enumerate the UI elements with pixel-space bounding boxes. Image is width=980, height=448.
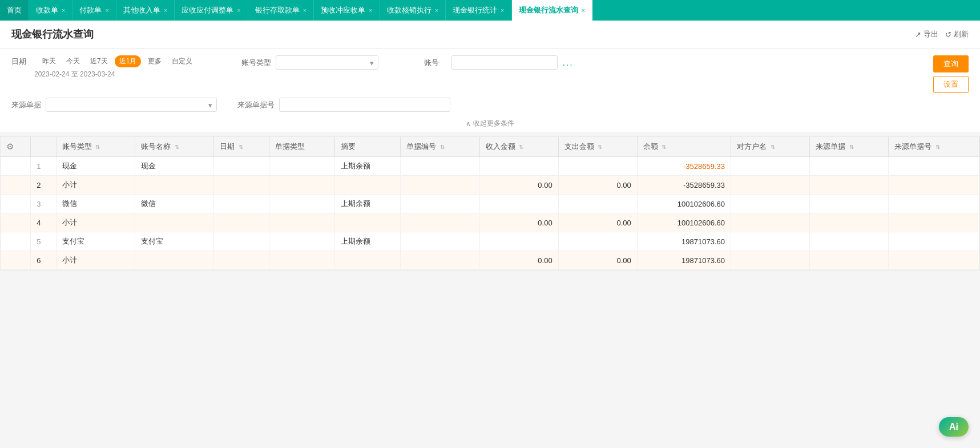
cell-source-doc-no [889,157,979,176]
cell-date [214,213,269,232]
nav-other-income[interactable]: 其他收入单 × [116,0,175,21]
cell-counterpart [731,176,810,195]
export-icon: ↗ [915,30,921,39]
sort-icon-balance: ⇅ [662,144,666,150]
date-btn-more[interactable]: 更多 [144,55,165,67]
source-doc-select-wrapper [46,98,217,112]
cell-doc-no [401,232,479,251]
col-account-type[interactable]: 账号类型 ⇅ [56,137,135,157]
col-date[interactable]: 日期 ⇅ [214,137,269,157]
source-doc-select[interactable] [46,98,217,112]
nav-bank-deposit-label: 银行存取款单 [255,5,300,15]
source-doc-no-label: 来源单据号 [237,100,275,110]
account-label: 账号 [424,58,447,68]
table-header-row: ⚙ 账号类型 ⇅ 账号名称 ⇅ 日期 ⇅ 单据类型 摘要 单据编号 ⇅ 收入金额… [1,137,979,157]
col-doc-no[interactable]: 单据编号 ⇅ [401,137,479,157]
cell-source-doc-no [889,176,979,195]
cell-summary: 上期余额 [335,195,401,213]
col-counterpart[interactable]: 对方户名 ⇅ [731,137,810,157]
export-button[interactable]: ↗ 导出 [915,29,938,39]
date-btn-yesterday[interactable]: 昨天 [39,55,59,67]
cell-counterpart [731,232,810,251]
table-row: 3 微信 微信 上期余额 100102606.60 [1,195,979,213]
date-shortcuts: 昨天 今天 近7天 近1月 更多 自定义 [39,55,196,67]
cell-account-type: 小计 [56,251,135,270]
sort-icon-doc-no: ⇅ [440,144,445,150]
cell-source-doc [810,195,889,213]
col-source-doc-no[interactable]: 来源单据号 ⇅ [889,137,979,157]
table-row: 4 小计 0.00 0.00 100102606.60 [1,213,979,232]
cell-doc-type [269,213,335,232]
col-account-name[interactable]: 账号名称 ⇅ [135,137,213,157]
date-btn-custom[interactable]: 自定义 [168,55,196,67]
nav-stats-close[interactable]: × [501,7,504,14]
nav-bank-deposit[interactable]: 银行存取款单 × [248,0,314,21]
cell-doc-no [401,157,479,176]
date-btn-7days[interactable]: 近7天 [87,55,111,67]
cell-expense [558,232,637,251]
cell-num: 5 [31,232,57,251]
account-dots[interactable]: ... [562,58,573,68]
col-expense[interactable]: 支出金额 ⇅ [558,137,637,157]
nav-receipt-close[interactable]: × [62,7,65,14]
nav-flow-query[interactable]: 现金银行流水查询 × [512,0,592,21]
refresh-button[interactable]: ↺ 刷新 [945,29,969,39]
nav-ar-adjust-close[interactable]: × [237,7,240,14]
col-gear[interactable]: ⚙ [1,137,31,157]
nav-receipt[interactable]: 收款单 × [29,0,72,21]
nav-flow-query-close[interactable]: × [582,7,585,14]
cell-summary [335,213,401,232]
nav-bank-deposit-close[interactable]: × [303,7,306,14]
col-source-doc[interactable]: 来源单据 ⇅ [810,137,889,157]
cell-account-type: 微信 [56,195,135,213]
cell-account-type: 小计 [56,213,135,232]
sort-icon-expense: ⇅ [598,144,602,150]
cell-date [214,195,269,213]
account-type-label: 账号类型 [241,58,271,68]
sort-icon-account-type: ⇅ [95,144,100,150]
nav-prepaid-label: 预收冲应收单 [321,5,365,15]
nav-stats[interactable]: 现金银行统计 × [446,0,511,21]
settings-button[interactable]: 设置 [933,76,969,93]
cell-gear [1,232,31,251]
query-button[interactable]: 查询 [933,55,969,72]
col-income[interactable]: 收入金额 ⇅ [479,137,558,157]
nav-verify[interactable]: 收款核销执行 × [380,0,446,21]
cell-gear [1,176,31,195]
refresh-label: 刷新 [954,29,969,39]
nav-flow-query-label: 现金银行流水查询 [519,5,578,15]
nav-home[interactable]: 首页 [0,0,29,21]
nav-prepaid-close[interactable]: × [369,7,372,14]
cell-counterpart [731,251,810,270]
date-btn-today[interactable]: 今天 [63,55,83,67]
cell-source-doc-no [889,232,979,251]
cell-expense [558,195,637,213]
date-range-display: 2023-02-24 至 2023-03-24 [34,70,115,78]
nav-ar-adjust[interactable]: 应收应付调整单 × [175,0,248,21]
nav-payment-close[interactable]: × [105,7,108,14]
cell-source-doc [810,157,889,176]
col-balance[interactable]: 余额 ⇅ [637,137,731,157]
sort-icon-source-doc-no: ⇅ [935,144,940,150]
nav-verify-label: 收款核销执行 [387,5,431,15]
nav-verify-close[interactable]: × [435,7,438,14]
cell-doc-type [269,232,335,251]
account-input[interactable] [451,55,558,70]
cell-balance: -3528659.33 [637,176,731,195]
source-doc-no-input[interactable] [279,98,450,112]
table-row: 1 现金 现金 上期余额 -3528659.33 [1,157,979,176]
cell-gear [1,251,31,270]
cell-income [479,195,558,213]
cell-num: 3 [31,195,57,213]
account-type-select[interactable] [276,55,378,70]
cell-account-type: 支付宝 [56,232,135,251]
cell-doc-type [269,176,335,195]
collapse-bar[interactable]: ∧ 收起更多条件 [11,115,969,132]
nav-payment[interactable]: 付款单 × [72,0,116,21]
nav-other-income-close[interactable]: × [164,7,167,14]
cell-date [214,251,269,270]
date-btn-1month[interactable]: 近1月 [115,55,142,67]
cell-num: 4 [31,213,57,232]
nav-other-income-label: 其他收入单 [123,5,160,15]
nav-prepaid[interactable]: 预收冲应收单 × [314,0,380,21]
